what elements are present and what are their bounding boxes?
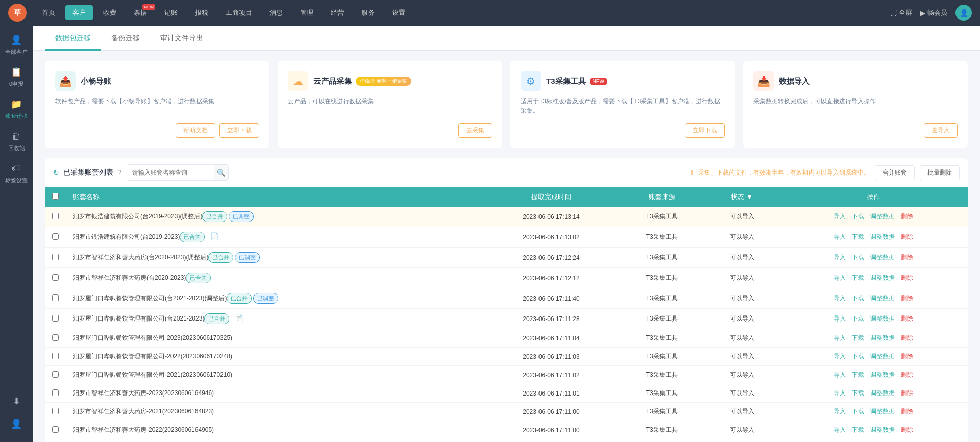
sidebar-profile-btn[interactable]: 👤 [2, 413, 31, 434]
import-link[interactable]: 导入 [830, 233, 849, 240]
row-checkbox[interactable] [52, 371, 59, 378]
delete-link[interactable]: 删除 [898, 371, 916, 378]
status-filter-icon[interactable]: ▼ [746, 193, 753, 201]
nav-operation[interactable]: 经营 [324, 5, 351, 20]
delete-link[interactable]: 删除 [898, 408, 916, 415]
xiaochangdaozhang-help-btn[interactable]: 帮助文档 [176, 123, 215, 138]
import-link[interactable]: 导入 [830, 315, 849, 322]
delete-link[interactable]: 删除 [898, 254, 916, 261]
select-all-checkbox[interactable] [52, 193, 59, 200]
tab-data-migration[interactable]: 数据包迁移 [45, 26, 101, 51]
download-link[interactable]: 下载 [849, 334, 867, 341]
sidebar-item-account-migration[interactable]: 📁 账套迁移 [2, 94, 31, 124]
download-link[interactable]: 下载 [849, 213, 867, 220]
nav-bookkeeping[interactable]: 记账 [157, 5, 185, 20]
import-link[interactable]: 导入 [830, 274, 849, 281]
nav-manage[interactable]: 管理 [293, 5, 321, 20]
row-time: 2023-06-06 17:10:59 [484, 439, 619, 442]
tab-backup-migration[interactable]: 备份迁移 [101, 26, 150, 51]
download-link[interactable]: 下载 [849, 371, 867, 378]
import-link[interactable]: 导入 [830, 408, 849, 415]
sidebar-download-btn[interactable]: ⬇ [2, 391, 31, 411]
nav-fee[interactable]: 收费 [96, 5, 124, 20]
delete-link[interactable]: 删除 [898, 426, 916, 433]
sidebar-item-zero-report[interactable]: 📋 0申报 [2, 62, 31, 92]
adjust-link[interactable]: 调整数据 [867, 389, 898, 397]
nav-tax[interactable]: 报税 [188, 5, 215, 20]
adjust-link[interactable]: 调整数据 [867, 254, 898, 261]
row-checkbox[interactable] [52, 426, 59, 433]
delete-link[interactable]: 删除 [898, 334, 916, 341]
import-link[interactable]: 导入 [830, 371, 849, 378]
download-link[interactable]: 下载 [849, 233, 867, 240]
import-link[interactable]: 导入 [830, 353, 849, 360]
download-link[interactable]: 下载 [849, 254, 867, 261]
row-checkbox[interactable] [52, 294, 59, 301]
import-link[interactable]: 导入 [830, 213, 849, 220]
member-btn[interactable]: ▶ 畅会员 [920, 8, 947, 17]
delete-link[interactable]: 删除 [898, 213, 916, 220]
delete-link[interactable]: 删除 [898, 294, 916, 302]
import-link[interactable]: 导入 [830, 334, 849, 341]
row-checkbox[interactable] [52, 389, 59, 396]
adjust-link[interactable]: 调整数据 [867, 274, 898, 281]
nav-business[interactable]: 工商项目 [218, 5, 259, 20]
sidebar-item-tag-settings[interactable]: 🏷 标签设置 [2, 158, 31, 188]
row-checkbox[interactable] [52, 213, 59, 219]
adjust-link[interactable]: 调整数据 [867, 353, 898, 360]
delete-link[interactable]: 删除 [898, 233, 916, 240]
shujudaoru-import-btn[interactable]: 去导入 [924, 123, 958, 138]
import-link[interactable]: 导入 [830, 426, 849, 433]
download-link[interactable]: 下载 [849, 315, 867, 322]
nav-ticket[interactable]: 票据 [127, 5, 154, 20]
delete-link[interactable]: 删除 [898, 353, 916, 360]
tab-audit-export[interactable]: 审计文件导出 [150, 26, 213, 51]
download-link[interactable]: 下载 [849, 426, 867, 433]
download-link[interactable]: 下载 [849, 353, 867, 360]
merge-btn[interactable]: 合并账套 [875, 165, 915, 180]
refresh-icon[interactable]: ↻ [53, 168, 59, 177]
search-button[interactable]: 🔍 [214, 165, 228, 180]
row-checkbox[interactable] [52, 274, 59, 281]
t3caiji-download-btn[interactable]: 立即下载 [685, 123, 725, 138]
nav-home[interactable]: 首页 [35, 5, 62, 20]
row-checkbox[interactable] [52, 334, 59, 341]
row-checkbox[interactable] [52, 353, 59, 359]
table-title: 已采集账套列表 [63, 168, 113, 177]
adjust-link[interactable]: 调整数据 [867, 315, 898, 322]
adjust-link[interactable]: 调整数据 [867, 294, 898, 302]
search-input[interactable] [127, 166, 214, 179]
avatar[interactable]: 👤 [955, 5, 972, 21]
download-link[interactable]: 下载 [849, 389, 867, 397]
row-checkbox[interactable] [52, 254, 59, 260]
delete-link[interactable]: 删除 [898, 389, 916, 397]
adjust-link[interactable]: 调整数据 [867, 213, 898, 220]
adjust-link[interactable]: 调整数据 [867, 334, 898, 341]
import-link[interactable]: 导入 [830, 389, 849, 397]
yunpincaiji-collect-btn[interactable]: 去采集 [458, 123, 492, 138]
xiaochangdaozhang-download-btn[interactable]: 立即下载 [219, 123, 259, 138]
download-link[interactable]: 下载 [849, 294, 867, 302]
nav-settings[interactable]: 设置 [385, 5, 412, 20]
import-link[interactable]: 导入 [830, 294, 849, 302]
fullscreen-btn[interactable]: ⛶ 全屏 [890, 8, 912, 17]
sidebar-item-recycle[interactable]: 🗑 回收站 [2, 126, 31, 156]
nav-customer[interactable]: 客户 [65, 5, 93, 20]
batch-delete-btn[interactable]: 批量删除 [920, 165, 960, 180]
delete-link[interactable]: 删除 [898, 274, 916, 281]
row-checkbox[interactable] [52, 315, 59, 322]
nav-message[interactable]: 消息 [262, 5, 290, 20]
download-link[interactable]: 下载 [849, 408, 867, 415]
delete-link[interactable]: 删除 [898, 315, 916, 322]
adjust-link[interactable]: 调整数据 [867, 408, 898, 415]
adjust-link[interactable]: 调整数据 [867, 426, 898, 433]
download-link[interactable]: 下载 [849, 274, 867, 281]
row-checkbox[interactable] [52, 233, 59, 240]
help-icon[interactable]: ? [117, 168, 121, 177]
adjust-link[interactable]: 调整数据 [867, 371, 898, 378]
sidebar-item-all-customers[interactable]: 👤 全部客户 [2, 30, 31, 60]
import-link[interactable]: 导入 [830, 254, 849, 261]
row-checkbox[interactable] [52, 408, 59, 414]
adjust-link[interactable]: 调整数据 [867, 233, 898, 240]
nav-service[interactable]: 服务 [354, 5, 382, 20]
